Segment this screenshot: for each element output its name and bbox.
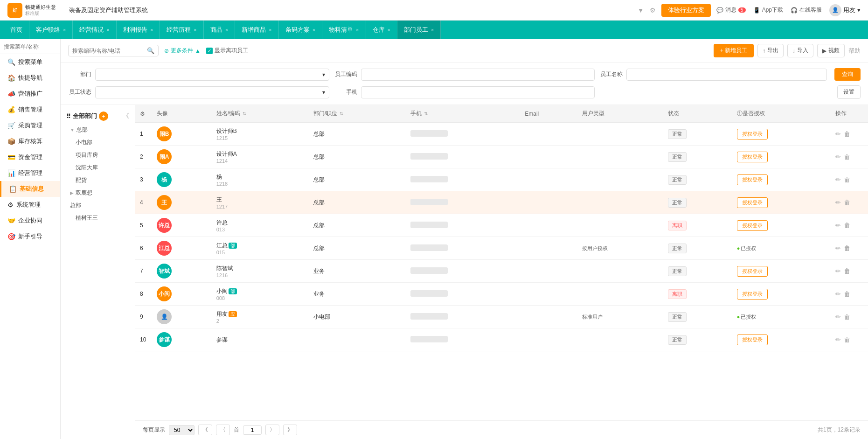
edit-btn[interactable]: ✏ [835, 336, 841, 343]
delete-btn[interactable]: 🗑 [844, 336, 850, 343]
tab-close-经营情况[interactable]: × [106, 27, 109, 33]
dept-tree-总部[interactable]: ▼总部 [61, 124, 135, 136]
sidebar-item-基础信息[interactable]: 📋基础信息 [0, 181, 60, 197]
sidebar-item-营销推广[interactable]: 📣营销推广 [0, 86, 60, 102]
export-btn[interactable]: ↑ 导出 [757, 44, 784, 57]
col-name[interactable]: 姓名/编码 ⇅ [212, 105, 309, 123]
settings-gear-btn[interactable]: ⚙ [650, 7, 656, 14]
delete-btn[interactable]: 🗑 [844, 153, 850, 160]
auth-login-btn[interactable]: 授权登录 [737, 174, 768, 185]
delete-btn[interactable]: 🗑 [844, 290, 850, 298]
sidebar-search-wrap[interactable]: 🔍 [0, 39, 60, 54]
delete-btn[interactable]: 🗑 [844, 222, 850, 229]
page-input[interactable] [243, 425, 262, 435]
dept-tree-配货[interactable]: 配货 [61, 174, 135, 187]
edit-btn[interactable]: ✏ [835, 176, 841, 183]
edit-btn[interactable]: ✏ [835, 130, 841, 138]
tab-close-新增商品[interactable]: × [269, 27, 271, 33]
sidebar-item-采购管理[interactable]: 🛒采购管理 [0, 118, 60, 133]
edit-btn[interactable]: ✏ [835, 267, 841, 275]
auth-login-btn[interactable]: 授权登录 [737, 220, 768, 231]
nav-tab-仓库[interactable]: 仓库× [366, 21, 397, 39]
tab-close-仓库[interactable]: × [388, 27, 390, 33]
delete-btn[interactable]: 🗑 [844, 130, 850, 138]
delete-btn[interactable]: 🗑 [844, 313, 850, 321]
next-page-btn[interactable]: 〉 [265, 425, 279, 435]
tab-close-经营历程[interactable]: × [194, 27, 196, 33]
resigned-checkbox[interactable]: ✓ [206, 48, 213, 54]
last-page-btn[interactable]: 》 [283, 425, 297, 435]
dept-tree-小电部[interactable]: 小电部 [61, 136, 135, 149]
tab-close-物料清单[interactable]: × [356, 27, 359, 33]
nav-tab-首页[interactable]: 首页 [4, 21, 29, 39]
sidebar-item-库存核算[interactable]: 📦库存核算 [0, 133, 60, 149]
tab-close-商品[interactable]: × [225, 27, 228, 33]
nav-tab-商品[interactable]: 商品× [204, 21, 235, 39]
tab-close-条码方案[interactable]: × [312, 27, 315, 33]
edit-btn[interactable]: ✏ [835, 244, 841, 252]
first-page-btn[interactable]: 《 [198, 425, 212, 435]
online-service-btn[interactable]: 🎧 在线客服 [791, 6, 822, 14]
nav-tab-部门员工[interactable]: 部门员工× [397, 21, 441, 39]
emp-name-input[interactable] [626, 69, 827, 81]
auth-login-btn[interactable]: 授权登录 [737, 129, 768, 139]
nav-tab-条码方案[interactable]: 条码方案× [279, 21, 322, 39]
dept-tree-植树王三[interactable]: 植树王三 [61, 212, 135, 224]
dept-collapse-btn[interactable]: 《 [123, 112, 129, 120]
import-btn[interactable]: ↓ 导入 [787, 44, 813, 57]
tab-close-利润报告[interactable]: × [150, 27, 153, 33]
tab-close-客户联络[interactable]: × [63, 27, 66, 33]
edit-btn[interactable]: ✏ [835, 313, 841, 321]
view-btn[interactable]: ▶ 视频 [817, 44, 845, 57]
message-btn[interactable]: 💬 消息 5 [716, 6, 746, 14]
delete-btn[interactable]: 🗑 [844, 199, 850, 206]
nav-tab-经营情况[interactable]: 经营情况× [73, 21, 116, 39]
sidebar-item-资金管理[interactable]: 💳资金管理 [0, 149, 60, 165]
nav-tab-利润报告[interactable]: 利润报告× [117, 21, 160, 39]
nav-tab-经营历程[interactable]: 经营历程× [160, 21, 203, 39]
search-input-wrap[interactable]: 🔍 [68, 45, 159, 56]
auth-login-btn[interactable]: 授权登录 [737, 197, 768, 208]
sys-dropdown-icon[interactable]: ▼ [638, 7, 644, 14]
app-download-btn[interactable]: 📱 App下载 [753, 6, 783, 14]
dept-tree-沈阳大库[interactable]: 沈阳大库 [61, 161, 135, 174]
auth-login-btn[interactable]: 授权登录 [737, 152, 768, 162]
nav-tab-物料清单[interactable]: 物料清单× [322, 21, 366, 39]
nav-tab-新增商品[interactable]: 新增商品× [235, 21, 278, 39]
col-dept[interactable]: 部门/职位 ⇅ [309, 105, 406, 123]
auth-login-btn[interactable]: 授权登录 [737, 334, 768, 345]
user-area[interactable]: 👤 用友 ▾ [829, 4, 861, 16]
sidebar-item-搜索菜单[interactable]: 🔍搜索菜单 [0, 54, 60, 70]
dept-tree-总部[interactable]: 总部 [61, 199, 135, 212]
search-submit-btn[interactable]: 查询 [834, 68, 861, 81]
trial-btn[interactable]: 体验行业方案 [661, 4, 711, 17]
emp-status-select[interactable]: ▾ [95, 86, 329, 98]
dept-add-btn[interactable]: + [99, 111, 108, 121]
edit-btn[interactable]: ✏ [835, 153, 841, 160]
add-employee-btn[interactable]: + 新增员工 [714, 44, 754, 57]
search-btn[interactable]: 🔍 [147, 47, 154, 54]
sidebar-item-新手引导[interactable]: 🎯新手引导 [0, 229, 60, 244]
edit-btn[interactable]: ✏ [835, 199, 841, 206]
delete-btn[interactable]: 🗑 [844, 267, 850, 275]
delete-btn[interactable]: 🗑 [844, 244, 850, 252]
phone-input[interactable] [361, 86, 595, 98]
tab-close-部门员工[interactable]: × [431, 27, 434, 33]
more-conditions-btn[interactable]: ⊘ 更多条件 ▲ [164, 47, 201, 55]
col-phone[interactable]: 手机 ⇅ [406, 105, 521, 123]
auth-login-btn[interactable]: 授权登录 [737, 266, 768, 277]
prev-page-btn[interactable]: 〈 [216, 425, 230, 435]
help-text[interactable]: 帮助 [848, 47, 861, 55]
sidebar-item-经营管理[interactable]: 📊经营管理 [0, 165, 60, 181]
delete-btn[interactable]: 🗑 [844, 176, 850, 183]
dept-tree-项目库房[interactable]: 项目库房 [61, 149, 135, 161]
edit-btn[interactable]: ✏ [835, 222, 841, 229]
show-resigned-toggle[interactable]: ✓ 显示离职员工 [206, 47, 248, 55]
dept-select[interactable]: ▾ [95, 69, 329, 81]
auth-login-btn[interactable]: 授权登录 [737, 289, 768, 300]
sidebar-item-企业协同[interactable]: 🤝企业协同 [0, 213, 60, 229]
edit-btn[interactable]: ✏ [835, 290, 841, 298]
col-settings[interactable]: ⚙ [135, 105, 152, 123]
search-input[interactable] [72, 48, 147, 54]
sidebar-item-销售管理[interactable]: 💰销售管理 [0, 102, 60, 118]
